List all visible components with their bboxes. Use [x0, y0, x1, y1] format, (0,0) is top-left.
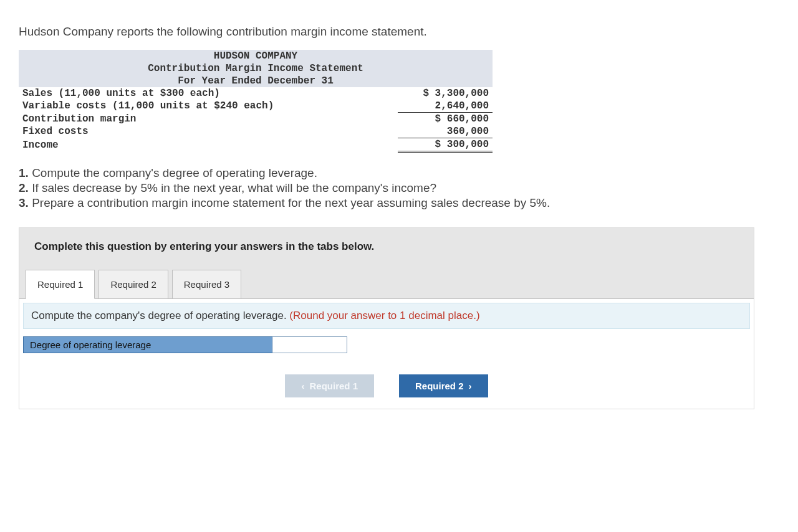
degree-of-operating-leverage-input[interactable]	[272, 336, 347, 353]
prev-label: Required 1	[309, 381, 358, 391]
next-button[interactable]: Required 2 ›	[399, 374, 488, 397]
row-value: 360,000	[398, 125, 493, 138]
nav-row: ‹ Required 1 Required 2 ›	[19, 368, 754, 409]
prev-button: ‹ Required 1	[285, 374, 374, 397]
statement-header-title: Contribution Margin Income Statement	[19, 62, 493, 75]
question-item: 1. Compute the company's degree of opera…	[19, 166, 779, 180]
question-list: 1. Compute the company's degree of opera…	[19, 166, 779, 210]
prompt-main: Compute the company's degree of operatin…	[31, 310, 289, 321]
tab-required-1[interactable]: Required 1	[26, 270, 95, 299]
entry-label: Degree of operating leverage	[23, 336, 272, 353]
tab-row: Required 1 Required 2 Required 3	[19, 269, 754, 298]
statement-header-period: For Year Ended December 31	[19, 75, 493, 87]
row-label: Variable costs (11,000 units at $240 eac…	[19, 100, 398, 113]
intro-text: Hudson Company reports the following con…	[19, 25, 779, 39]
row-label: Contribution margin	[19, 113, 398, 126]
row-value: 2,640,000	[398, 100, 493, 113]
instruction-text: Complete this question by entering your …	[19, 228, 754, 269]
tab-required-3[interactable]: Required 3	[172, 270, 241, 299]
row-label: Sales (11,000 units at $300 each)	[19, 87, 398, 100]
row-value: $ 300,000	[398, 138, 493, 152]
statement-header-company: HUDSON COMPANY	[19, 50, 493, 62]
income-statement-table: HUDSON COMPANY Contribution Margin Incom…	[19, 50, 493, 153]
tab-required-2[interactable]: Required 2	[99, 270, 168, 299]
prompt-hint: (Round your answer to 1 decimal place.)	[289, 310, 479, 321]
row-value: $ 3,300,000	[398, 87, 493, 100]
entry-row: Degree of operating leverage	[23, 336, 750, 353]
row-value: $ 660,000	[398, 113, 493, 126]
prompt-bar: Compute the company's degree of operatin…	[23, 303, 750, 329]
row-label: Income	[19, 138, 398, 152]
answer-panel: Complete this question by entering your …	[19, 227, 754, 409]
row-label: Fixed costs	[19, 125, 398, 138]
tab-content: Compute the company's degree of operatin…	[19, 298, 754, 409]
question-item: 2. If sales decrease by 5% in the next y…	[19, 181, 779, 195]
question-item: 3. Prepare a contribution margin income …	[19, 196, 779, 210]
chevron-right-icon: ›	[469, 381, 472, 391]
chevron-left-icon: ‹	[301, 381, 304, 391]
next-label: Required 2	[415, 381, 464, 391]
